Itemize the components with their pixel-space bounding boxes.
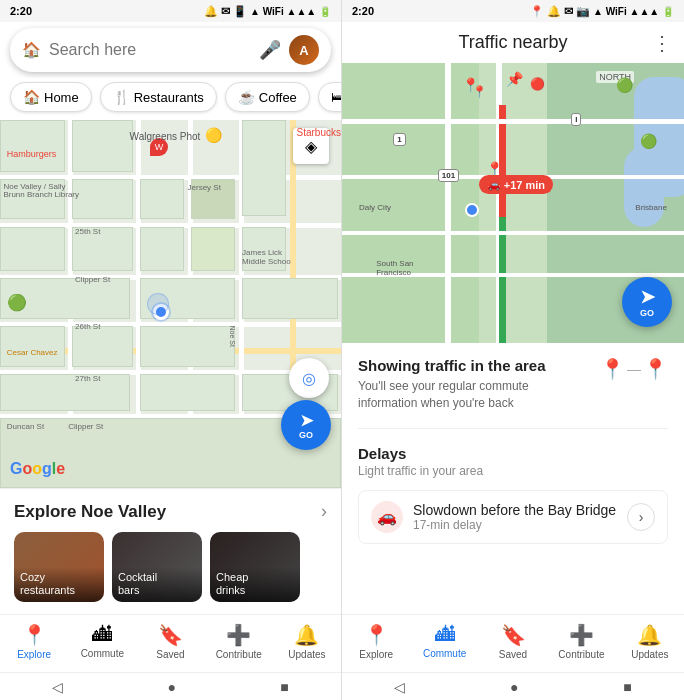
delay-item-bridge[interactable]: 🚗 Slowdown before the Bay Bridge 17-min … bbox=[358, 490, 668, 544]
delays-title: Delays bbox=[358, 445, 668, 462]
left-bottom-nav: 📍 Explore 🏙 Commute 🔖 Saved ➕ Contribute… bbox=[0, 614, 341, 672]
street-label-chavez: Cesar Chavez bbox=[7, 348, 58, 357]
pill-coffee[interactable]: ☕ Coffee bbox=[225, 82, 310, 112]
street-label-clipper: Clipper St bbox=[75, 275, 110, 284]
nav-explore-icon: 📍 bbox=[22, 623, 47, 647]
street-label-james: James LickMiddle Schoo bbox=[242, 249, 312, 267]
delays-subtitle: Light traffic in your area bbox=[358, 464, 668, 478]
right-nav-saved[interactable]: 🔖 Saved bbox=[479, 621, 547, 662]
road-v1 bbox=[445, 63, 451, 343]
area-label-daly: Daly City bbox=[359, 203, 391, 212]
street-label-25: 25th St bbox=[75, 227, 100, 236]
right-nav-explore-icon: 📍 bbox=[364, 623, 389, 647]
search-bar[interactable]: 🏠 🎤 A bbox=[10, 28, 331, 72]
right-nav-commute[interactable]: 🏙 Commute bbox=[410, 621, 478, 662]
nav-commute-icon: 🏙 bbox=[92, 623, 112, 646]
go-button-left[interactable]: ➤ GO bbox=[281, 400, 331, 450]
nav-updates-label: Updates bbox=[288, 649, 325, 660]
mic-icon[interactable]: 🎤 bbox=[259, 39, 281, 61]
map-label-hamburgers: Hamburgers bbox=[7, 149, 57, 159]
nav-contribute[interactable]: ➕ Contribute bbox=[205, 621, 273, 662]
map-pin-starbucks: 🟡 bbox=[205, 127, 222, 143]
nav-updates[interactable]: 🔔 Updates bbox=[273, 621, 341, 662]
right-recents-button[interactable]: ■ bbox=[623, 679, 631, 695]
pill-restaurants[interactable]: 🍴 Restaurants bbox=[100, 82, 217, 112]
nav-explore[interactable]: 📍 Explore bbox=[0, 621, 68, 662]
place-card-cozy[interactable]: Cozyrestaurants bbox=[14, 532, 104, 602]
right-nav-explore-label: Explore bbox=[359, 649, 393, 660]
street-label-clipper-b: Clipper St bbox=[68, 422, 103, 431]
traffic-header: Traffic nearby ⋮ bbox=[342, 22, 684, 63]
map-pin-yellow: 📍 bbox=[472, 85, 487, 99]
home-button[interactable]: ● bbox=[168, 679, 176, 695]
place-card-drinks[interactable]: Cheapdrinks bbox=[210, 532, 300, 602]
google-logo: Google bbox=[10, 460, 65, 478]
traffic-info-desc: You'll see your regular commute informat… bbox=[358, 378, 558, 412]
delay-badge: 🚗 +17 min bbox=[479, 175, 553, 194]
nav-saved-label: Saved bbox=[156, 649, 184, 660]
place-card-cozy-label: Cozyrestaurants bbox=[20, 571, 98, 597]
traffic-map[interactable]: Daly City Brisbane South SanFrancisco 10… bbox=[342, 63, 684, 343]
pill-home-label: Home bbox=[44, 90, 79, 105]
right-nav-updates-label: Updates bbox=[631, 649, 668, 660]
nav-saved-icon: 🔖 bbox=[158, 623, 183, 647]
right-back-button[interactable]: ◁ bbox=[394, 679, 405, 695]
street-label-27: 27th St bbox=[75, 374, 100, 383]
right-nav-saved-icon: 🔖 bbox=[501, 623, 526, 647]
route-end-pin: 📍 bbox=[643, 357, 668, 381]
recents-button[interactable]: ■ bbox=[280, 679, 288, 695]
right-time: 2:20 bbox=[352, 5, 374, 17]
area-label-brisbane: Brisbane bbox=[635, 203, 667, 212]
route-icon: 📍 — 📍 bbox=[600, 357, 668, 381]
location-button[interactable]: ◎ bbox=[289, 358, 329, 398]
left-status-icons: 🔔 ✉ 📱 ▲ WiFi ▲▲▲ 🔋 bbox=[204, 5, 331, 18]
street-label-26: 26th St bbox=[75, 322, 100, 331]
map-label-walgreens: Walgreens Phot bbox=[130, 131, 201, 142]
pill-home[interactable]: 🏠 Home bbox=[10, 82, 92, 112]
route-101: 101 bbox=[438, 169, 459, 182]
nav-commute[interactable]: 🏙 Commute bbox=[68, 621, 136, 662]
map-pin-green-tr: 🟢 bbox=[616, 77, 633, 93]
left-time: 2:20 bbox=[10, 5, 32, 17]
place-card-cocktail[interactable]: Cocktailbars bbox=[112, 532, 202, 602]
right-nav-saved-label: Saved bbox=[499, 649, 527, 660]
route-separator: — bbox=[627, 361, 641, 377]
right-bottom-nav: 📍 Explore 🏙 Commute 🔖 Saved ➕ Contribute… bbox=[342, 614, 684, 672]
map-pin-green-r2: 🟢 bbox=[640, 133, 657, 149]
delay-item-arrow[interactable]: › bbox=[627, 503, 655, 531]
search-input[interactable] bbox=[49, 41, 251, 59]
area-label-southsf: South SanFrancisco bbox=[376, 259, 413, 277]
avatar[interactable]: A bbox=[289, 35, 319, 65]
left-panel: 2:20 🔔 ✉ 📱 ▲ WiFi ▲▲▲ 🔋 🏠 🎤 A 🏠 Home 🍴 R… bbox=[0, 0, 342, 700]
layers-icon: ◈ bbox=[305, 137, 317, 156]
nav-contribute-icon: ➕ bbox=[226, 623, 251, 647]
delay-car-icon: 🚗 bbox=[487, 178, 501, 191]
left-status-bar: 2:20 🔔 ✉ 📱 ▲ WiFi ▲▲▲ 🔋 bbox=[0, 0, 341, 22]
place-card-drinks-label: Cheapdrinks bbox=[216, 571, 294, 597]
go-button-right[interactable]: ➤ GO bbox=[622, 277, 672, 327]
right-nav-commute-label: Commute bbox=[423, 648, 466, 659]
right-nav-updates-icon: 🔔 bbox=[637, 623, 662, 647]
more-button[interactable]: ⋮ bbox=[652, 31, 672, 55]
go-arrow-icon: ➤ bbox=[300, 411, 313, 430]
street-label-noe-st: Noe St bbox=[228, 326, 235, 347]
map-pin-blue-dot bbox=[465, 203, 479, 217]
road-h3 bbox=[342, 231, 684, 235]
traffic-title: Traffic nearby bbox=[458, 32, 567, 53]
back-button[interactable]: ◁ bbox=[52, 679, 63, 695]
nav-saved[interactable]: 🔖 Saved bbox=[136, 621, 204, 662]
right-nav-explore[interactable]: 📍 Explore bbox=[342, 621, 410, 662]
right-nav-updates[interactable]: 🔔 Updates bbox=[616, 621, 684, 662]
nav-commute-label: Commute bbox=[81, 648, 124, 659]
explore-arrow-icon[interactable]: › bbox=[321, 501, 327, 522]
go-arrow-right-icon: ➤ bbox=[640, 286, 655, 308]
right-status-bar: 2:20 📍 🔔 ✉ 📷 ▲ WiFi ▲▲▲ 🔋 bbox=[342, 0, 684, 22]
right-android-nav: ◁ ● ■ bbox=[342, 672, 684, 700]
map-area[interactable]: Noe Valley / SallyBrunn Branch Library 2… bbox=[0, 120, 341, 488]
delay-item-icon: 🚗 bbox=[371, 501, 403, 533]
right-home-button[interactable]: ● bbox=[510, 679, 518, 695]
category-pills: 🏠 Home 🍴 Restaurants ☕ Coffee 🛏 Hotels bbox=[0, 78, 341, 120]
right-nav-contribute[interactable]: ➕ Contribute bbox=[547, 621, 615, 662]
home-icon: 🏠 bbox=[22, 41, 41, 59]
pill-hotels[interactable]: 🛏 Hotels bbox=[318, 82, 341, 112]
